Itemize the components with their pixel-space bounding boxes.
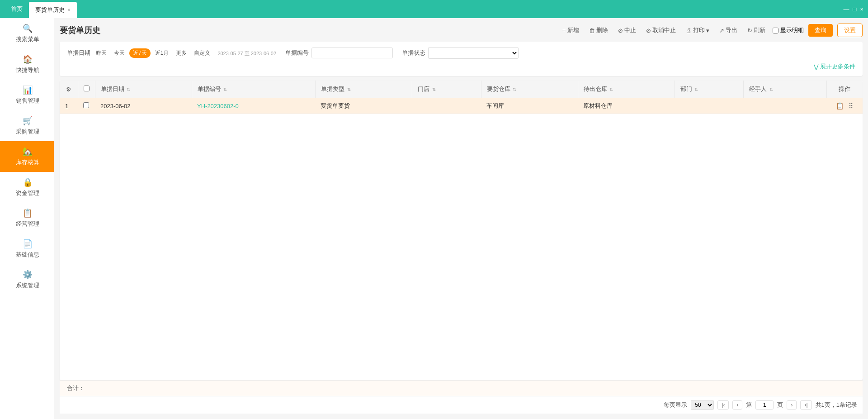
page-suffix: 页 bbox=[777, 401, 783, 409]
date-today-btn[interactable]: 今天 bbox=[111, 48, 127, 58]
window-maximize-btn[interactable]: □ bbox=[853, 6, 857, 13]
sidebar-item-search-menu[interactable]: 🔍 搜索菜单 bbox=[0, 18, 54, 49]
th-doc-type: 单据类型 ⇅ bbox=[315, 81, 412, 98]
tab-order-history-label: 要货单历史 bbox=[35, 6, 65, 14]
settings-button[interactable]: 设置 bbox=[837, 24, 863, 37]
row-edit-icon[interactable]: 📋 bbox=[834, 101, 845, 110]
page-label: 第 bbox=[746, 401, 752, 409]
sidebar-item-label: 快捷导航 bbox=[16, 66, 39, 74]
sort-handler-icon[interactable]: ⇅ bbox=[769, 87, 773, 92]
cell-store bbox=[412, 98, 481, 114]
table-header-row: ⚙ 单据日期 ⇅ 单据编号 ⇅ bbox=[60, 81, 863, 98]
first-page-btn[interactable]: |‹ bbox=[717, 400, 729, 409]
date-range-display: 2023-05-27 至 2023-06-02 bbox=[217, 50, 276, 57]
print-dropdown-icon: ▾ bbox=[706, 27, 709, 34]
page-number-input[interactable] bbox=[755, 400, 774, 409]
settings-gear-icon[interactable]: ⚙ bbox=[66, 86, 71, 93]
header-actions: + 新增 🗑 删除 ⊘ 中止 ⊘ 取消中止 🖨 打印 ▾ bbox=[560, 24, 863, 37]
window-close-btn[interactable]: × bbox=[860, 6, 863, 13]
show-detail-toggle[interactable]: 显示明细 bbox=[773, 26, 804, 34]
operations-icon: 📋 bbox=[23, 208, 33, 218]
cell-date: 2023-06-02 bbox=[95, 98, 192, 114]
cell-checkbox bbox=[78, 98, 95, 114]
delete-button[interactable]: 🗑 删除 bbox=[586, 24, 611, 36]
window-controls: — □ × bbox=[844, 6, 863, 13]
main-layout: 🔍 搜索菜单 🏠 快捷导航 📊 销售管理 🛒 采购管理 🏡 库存核算 🔒 资金管… bbox=[0, 18, 868, 419]
date-1month-btn[interactable]: 近1月 bbox=[152, 48, 172, 58]
sort-docno-icon[interactable]: ⇅ bbox=[223, 87, 227, 92]
cell-req-warehouse: 车间库 bbox=[481, 98, 578, 114]
content-area: 要货单历史 + 新增 🗑 删除 ⊘ 中止 ⊘ 取消中止 🖨 打印 bbox=[54, 18, 868, 419]
sidebar-item-sales[interactable]: 📊 销售管理 bbox=[0, 80, 54, 110]
date-filter-item: 单据日期 昨天 今天 近7天 近1月 更多 自定义 2023-05-27 至 2… bbox=[67, 48, 276, 58]
th-pending-warehouse: 待出仓库 ⇅ bbox=[578, 81, 675, 98]
expand-more-btn[interactable]: ⋁ 展开更多条件 bbox=[814, 62, 855, 71]
window-minimize-btn[interactable]: — bbox=[844, 6, 849, 13]
print-icon: 🖨 bbox=[686, 27, 692, 34]
doc-number-filter-item: 单据编号 bbox=[285, 48, 393, 58]
export-icon: ↗ bbox=[719, 27, 724, 34]
th-checkbox bbox=[78, 81, 95, 98]
refresh-button[interactable]: ↻ 刷新 bbox=[745, 24, 768, 36]
pagination-bar: 每页显示 10 20 50 100 |‹ ‹ 第 页 › ›| 共1页，1条记录 bbox=[60, 396, 863, 414]
filter-area: 单据日期 昨天 今天 近7天 近1月 更多 自定义 2023-05-27 至 2… bbox=[60, 42, 863, 76]
filter-row-1: 单据日期 昨天 今天 近7天 近1月 更多 自定义 2023-05-27 至 2… bbox=[67, 47, 855, 59]
last-page-btn[interactable]: ›| bbox=[800, 400, 811, 409]
sidebar-item-system[interactable]: ⚙️ 系统管理 bbox=[0, 264, 54, 295]
export-button[interactable]: ↗ 导出 bbox=[717, 24, 740, 36]
status-select[interactable] bbox=[428, 47, 519, 59]
th-dept: 部门 ⇅ bbox=[675, 81, 744, 98]
summary-label: 合计： bbox=[67, 384, 85, 392]
query-button[interactable]: 查询 bbox=[808, 24, 833, 37]
prev-page-btn[interactable]: ‹ bbox=[732, 400, 742, 409]
new-button[interactable]: + 新增 bbox=[560, 24, 582, 36]
show-detail-checkbox[interactable] bbox=[773, 28, 778, 33]
sidebar: 🔍 搜索菜单 🏠 快捷导航 📊 销售管理 🛒 采购管理 🏡 库存核算 🔒 资金管… bbox=[0, 18, 54, 419]
expand-row: ⋁ 展开更多条件 bbox=[67, 62, 855, 71]
print-button[interactable]: 🖨 打印 ▾ bbox=[683, 24, 712, 36]
select-all-checkbox[interactable] bbox=[84, 86, 90, 91]
page-size-select[interactable]: 10 20 50 100 bbox=[691, 400, 714, 410]
tab-home[interactable]: 首页 bbox=[5, 0, 29, 18]
sort-date-icon[interactable]: ⇅ bbox=[127, 87, 130, 92]
date-custom-btn[interactable]: 自定义 bbox=[191, 48, 213, 58]
tab-close-icon[interactable]: × bbox=[67, 7, 71, 13]
search-menu-icon: 🔍 bbox=[23, 24, 33, 33]
purchase-icon: 🛒 bbox=[23, 116, 33, 126]
cell-doc-type: 要货单要货 bbox=[315, 98, 412, 114]
date-7days-btn[interactable]: 近7天 bbox=[129, 48, 151, 58]
system-icon: ⚙️ bbox=[23, 270, 33, 280]
sidebar-item-inventory[interactable]: 🏡 库存核算 bbox=[0, 141, 54, 172]
sidebar-item-quick-nav[interactable]: 🏠 快捷导航 bbox=[0, 49, 54, 80]
tab-order-history[interactable]: 要货单历史 × bbox=[29, 2, 77, 18]
suspend-button[interactable]: ⊘ 中止 bbox=[615, 24, 639, 36]
th-actions: 操作 bbox=[826, 81, 863, 98]
sidebar-item-purchase[interactable]: 🛒 采购管理 bbox=[0, 110, 54, 141]
date-filter-label: 单据日期 bbox=[67, 49, 90, 57]
date-yesterday-btn[interactable]: 昨天 bbox=[93, 48, 109, 58]
row-checkbox[interactable] bbox=[83, 102, 89, 108]
top-bar: 首页 要货单历史 × — □ × bbox=[0, 0, 868, 18]
sort-reqwh-icon[interactable]: ⇅ bbox=[513, 87, 516, 92]
doc-number-input[interactable] bbox=[311, 48, 393, 58]
cell-dept bbox=[675, 98, 744, 114]
row-more-icon[interactable]: ⠿ bbox=[847, 101, 855, 110]
sort-doctype-icon[interactable]: ⇅ bbox=[347, 87, 351, 92]
sidebar-item-label: 系统管理 bbox=[16, 281, 39, 290]
next-page-btn[interactable]: › bbox=[787, 400, 797, 409]
date-more-btn[interactable]: 更多 bbox=[173, 48, 189, 58]
tab-home-label: 首页 bbox=[11, 5, 23, 13]
th-doc-no: 单据编号 ⇅ bbox=[192, 81, 315, 98]
sort-store-icon[interactable]: ⇅ bbox=[432, 87, 436, 92]
th-store: 门店 ⇅ bbox=[412, 81, 481, 98]
sidebar-item-finance[interactable]: 🔒 资金管理 bbox=[0, 172, 54, 203]
table-row[interactable]: 1 2023-06-02 YH-20230602-0 要货单要货 车间库 原材料… bbox=[60, 98, 863, 114]
sidebar-item-base-info[interactable]: 📄 基础信息 bbox=[0, 233, 54, 264]
expand-icon: ⋁ bbox=[814, 63, 819, 70]
doc-no-link[interactable]: YH-20230602-0 bbox=[197, 103, 239, 110]
sort-dept-icon[interactable]: ⇅ bbox=[694, 87, 698, 92]
inventory-icon: 🏡 bbox=[23, 147, 33, 157]
sort-pendwh-icon[interactable]: ⇅ bbox=[609, 87, 613, 92]
sidebar-item-operations[interactable]: 📋 经营管理 bbox=[0, 203, 54, 233]
cancel-suspend-button[interactable]: ⊘ 取消中止 bbox=[643, 24, 679, 36]
